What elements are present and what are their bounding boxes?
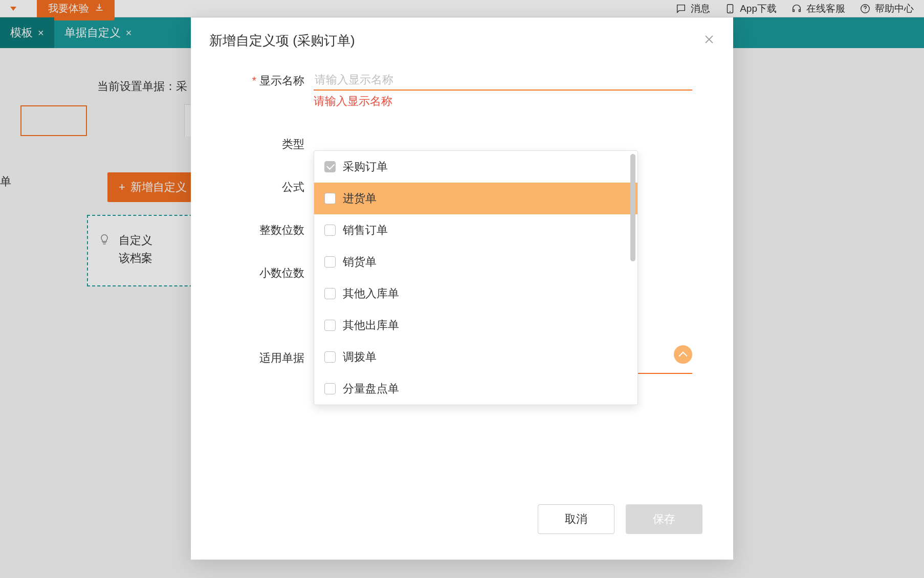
dropdown-option-label: 分量盘点单 [343,381,399,396]
dropdown-option-label: 采购订单 [343,159,388,174]
add-custom-item-modal: 新增自定义项 (采购订单) *显示名称 请输入显示名称 类型 公式 [191,17,733,560]
dropdown-option[interactable]: 采购订单 [314,151,637,183]
dropdown-option[interactable]: 进货单 [314,183,637,214]
close-icon[interactable] [703,33,715,49]
dropdown-option-label: 销货单 [343,254,377,270]
dropdown-option-label: 其他出库单 [343,318,399,333]
display-name-input[interactable] [314,70,692,91]
row-display-name: *显示名称 请输入显示名称 [232,70,692,109]
label-display-name: *显示名称 [232,70,314,88]
label-formula: 公式 [232,176,314,195]
checkbox-icon[interactable] [324,351,336,363]
scrollbar-thumb[interactable] [630,154,635,261]
row-type: 类型 [232,134,692,152]
modal-footer: 取消 保存 [191,489,733,560]
checkbox-icon[interactable] [324,256,336,268]
dropdown-option[interactable]: 其他入库单 [314,278,637,309]
checkbox-icon[interactable] [324,383,336,394]
label-applicable: 适用单据 [232,347,314,366]
dropdown-option[interactable]: 销货单 [314,246,637,278]
modal-title: 新增自定义项 (采购订单) [209,32,355,50]
checkbox-icon[interactable] [324,288,336,299]
save-button-label: 保存 [653,512,675,527]
modal-header: 新增自定义项 (采购订单) [191,17,733,50]
dropdown-option[interactable]: 其他出库单 [314,309,637,341]
modal-overlay: 新增自定义项 (采购订单) *显示名称 请输入显示名称 类型 公式 [0,0,924,578]
dropdown-option-label: 调拨单 [343,349,377,365]
cancel-button-label: 取消 [565,512,587,527]
label-type: 类型 [232,134,314,152]
checkbox-icon[interactable] [324,193,336,204]
save-button[interactable]: 保存 [626,504,702,534]
checkbox-icon[interactable] [324,225,336,236]
dropdown-option[interactable]: 调拨单 [314,341,637,373]
checkbox-icon[interactable] [324,161,336,172]
display-name-error: 请输入显示名称 [314,94,692,109]
cancel-button[interactable]: 取消 [538,504,614,534]
dropdown-option-label: 进货单 [343,191,377,206]
dropdown-option-label: 其他入库单 [343,286,399,301]
checkbox-icon[interactable] [324,320,336,331]
applicable-dropdown: 采购订单进货单销售订单销货单其他入库单其他出库单调拨单分量盘点单 [314,150,638,405]
chevron-up-icon[interactable] [674,345,692,364]
label-dec-digits: 小数位数 [232,262,314,281]
dropdown-option[interactable]: 销售订单 [314,214,637,246]
dropdown-option-label: 销售订单 [343,223,388,238]
label-int-digits: 整数位数 [232,219,314,238]
dropdown-option[interactable]: 分量盘点单 [314,373,637,405]
